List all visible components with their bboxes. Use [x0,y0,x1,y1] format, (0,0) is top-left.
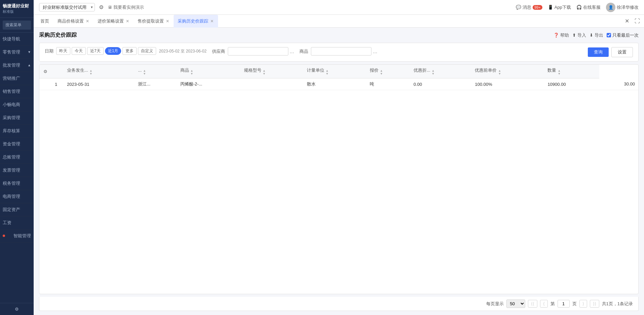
table-gear-icon[interactable]: ⚙ [43,69,47,74]
sidebar-item-label: 零售管理 [3,49,20,55]
pagination-info: 共1页，1条记录 [602,301,633,307]
th-product[interactable]: 商品▲▼ [177,65,241,78]
supplier-input[interactable] [228,47,288,56]
th-spec[interactable]: 规格型号▲▼ [241,65,303,78]
tab-home[interactable]: 首页 [36,15,53,28]
date-btn-yesterday[interactable]: 昨天 [56,47,70,55]
th-extra[interactable]: ...▲▼ [135,65,177,78]
export-button[interactable]: ⬇ 导出 [589,32,603,38]
sidebar-item-label: 库存核算 [3,128,20,134]
sidebar-item-quick-nav[interactable]: 快捷导航 [0,33,34,46]
sidebar-item-smart[interactable]: 智能管理 [0,230,34,243]
sidebar-search[interactable]: 搜索菜单 [0,18,34,33]
page-title: 采购历史价跟踪 [39,32,77,39]
sidebar-item-label: 营销推广 [3,75,20,81]
sidebar-settings[interactable]: ⚙ [0,303,34,315]
sidebar-item-invoice[interactable]: 发票管理 [0,164,34,177]
tab-price[interactable]: 商品价格设置✕ [53,15,94,28]
import-button[interactable]: ⬆ 导入 [572,32,586,38]
search-menu-button[interactable]: 搜索菜单 [3,21,31,30]
tab-close-icon[interactable]: ✕ [166,19,169,24]
prev-page-button[interactable]: ⟨ [540,300,548,308]
service-label: 在线客服 [583,4,601,10]
version-select[interactable]: 好业财标准版交付试用 [39,3,95,11]
sort-icon-unit: ▲▼ [326,69,329,75]
tab-sale-extract[interactable]: 售价提取设置✕ [134,15,174,28]
sidebar-item-label: 快捷导航 [3,36,20,42]
headset-icon: 🎧 [576,5,582,10]
sidebar-logo-sub: 标准版 [3,9,14,14]
tab-purchase-history[interactable]: 采购历史价跟踪✕ [174,15,218,28]
first-page-button[interactable]: ⟨⟨ [528,300,537,308]
settings-button[interactable]: 设置 [611,47,633,57]
tab-expand-button[interactable]: ⛶ [633,17,641,26]
sidebar-item-marketing[interactable]: 营销推广 [0,72,34,85]
th-unit[interactable]: 计量单位▲▼ [303,65,366,78]
product-input[interactable] [311,47,371,56]
sidebar-item-label: 税务管理 [3,180,20,186]
version-select-wrap[interactable]: 好业财标准版交付试用 ▾ [39,3,95,11]
row-price: 10900.00 [544,78,599,90]
th-pre_discount_price[interactable]: 优惠前单价▲▼ [471,65,544,78]
sidebar-item-sales[interactable]: 销售管理 [0,85,34,98]
page-input[interactable] [558,300,570,308]
tab-close-icon[interactable]: ✕ [210,19,214,24]
last-page-button[interactable]: ⟩⟩ [590,300,599,308]
sort-icon-quote: ▲▼ [380,69,383,75]
sidebar-item-finance[interactable]: 资金管理 [0,138,34,151]
sidebar-item-inventory[interactable]: 库存核算 [0,125,34,138]
date-btn-more[interactable]: 更多 [122,47,137,55]
th-quantity[interactable]: 数量▲▼ [544,65,599,78]
header-settings-icon[interactable]: ⚙ [98,3,105,12]
sidebar-item-label: 采购管理 [3,115,20,121]
sidebar-item-tax[interactable]: 税务管理 [0,177,34,190]
product-dots-button[interactable]: ... [373,48,377,55]
sidebar-item-ecom[interactable]: 电商管理 [0,190,34,203]
table-row: 1 2023-05-31 浙江... 丙烯酸-2-... 散水 吨 0.00 1… [39,78,638,90]
export-label: 导出 [595,32,603,38]
filter-actions: 查询 设置 [588,47,633,57]
sidebar-item-payroll[interactable]: 工资 [0,216,34,230]
th-date[interactable]: 业务发生...▲▼ [64,65,135,78]
date-btn-today[interactable]: 今天 [72,47,86,55]
tabs-container: 首页商品价格设置✕进价策略设置✕售价提取设置✕采购历史价跟踪✕ [36,15,218,28]
export-icon: ⬇ [589,33,593,38]
query-button[interactable]: 查询 [588,47,609,57]
tab-close-icon[interactable]: ✕ [86,19,89,24]
th-discount[interactable]: 优惠折...▲▼ [410,65,472,78]
phone-icon: 📱 [548,5,553,10]
sidebar-item-label: 总账管理 [3,154,20,160]
sidebar-item-label: 工资 [3,220,11,226]
demo-button[interactable]: 🖥 我要看实例演示 [108,4,144,10]
sidebar-item-ecom-small[interactable]: 小畅电商 [0,98,34,111]
row-spec [241,78,303,90]
sidebar-item-ledger[interactable]: 总账管理 [0,151,34,164]
chevron-icon: ▼ [28,50,31,54]
row-settings [39,78,51,90]
supplier-dots-button[interactable]: ... [290,48,294,55]
tab-close-button[interactable]: ✕ [623,16,631,26]
help-button[interactable]: ❓ 帮助 [553,32,569,38]
page-label-post: 页 [572,301,577,307]
tab-purchase-strategy[interactable]: 进价策略设置✕ [94,15,134,28]
date-btn-last7[interactable]: 近7天 [87,47,104,55]
sidebar-item-assets[interactable]: 固定资产 [0,203,34,216]
online-service-action[interactable]: 🎧 在线客服 [576,4,601,10]
th-quote[interactable]: 报价▲▼ [366,65,410,78]
date-btn-custom[interactable]: 自定义 [138,47,156,55]
per-page-select[interactable]: 50 20 100 [506,300,525,308]
app-download-action[interactable]: 📱 App下载 [548,4,571,10]
row-pre-discount: 100.00% [471,78,544,90]
only-last-checkbox[interactable] [607,33,611,37]
user-menu[interactable]: 👤 徐泽华修改 [606,3,639,12]
next-page-button[interactable]: ⟩ [579,300,587,308]
only-last-checkbox-label[interactable]: 只看最后一次 [607,32,639,38]
sidebar-item-retail[interactable]: 零售管理▼ [0,46,34,59]
top-header: 好业财标准版交付试用 ▾ ⚙ 🖥 我要看实例演示 💬 消息 99+ 📱 App下… [34,0,644,15]
sidebar-item-wholesale[interactable]: 批发管理▲ [0,59,34,72]
date-btn-last1month[interactable]: 近1月 [105,47,121,55]
messages-action[interactable]: 💬 消息 99+ [516,4,542,10]
sidebar-item-purchase[interactable]: 采购管理 [0,111,34,125]
import-label: 导入 [577,32,586,38]
tab-close-icon[interactable]: ✕ [126,19,129,24]
